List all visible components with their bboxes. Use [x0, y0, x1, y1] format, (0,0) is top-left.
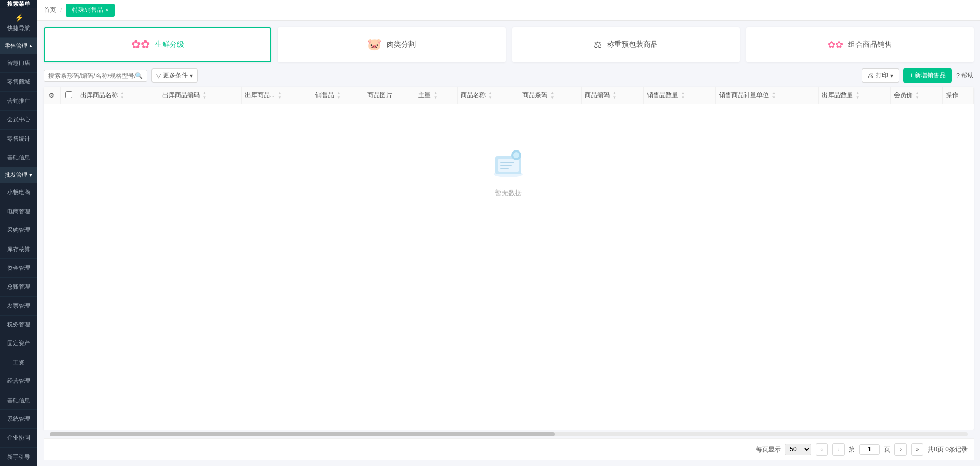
th-out-product-name: 出库商品名称 ▲▼ [77, 87, 159, 104]
th-checkbox[interactable] [60, 87, 77, 104]
sidebar-item-fixed-assets[interactable]: 固定资产 [0, 334, 37, 353]
th-sales-product: 销售品 ▲▼ [312, 87, 364, 104]
filter-button[interactable]: ▽ 更多条件 ▾ [151, 68, 198, 83]
sidebar-item-mini-ecom[interactable]: 小畅电商 [0, 183, 37, 202]
filter-icon: ▽ [156, 72, 161, 79]
table-header-row: ⚙ 出库商品名称 ▲▼ 出库商品编码 ▲▼ 出库 [44, 87, 974, 104]
chevron-down-icon: ▾ [190, 72, 193, 79]
breadcrumb-home[interactable]: 首页 [44, 6, 56, 15]
last-page-button[interactable]: » [911, 443, 923, 456]
th-sales-qty: 销售品数量 ▲▼ [644, 87, 716, 104]
prev-page-icon: ‹ [837, 446, 839, 453]
add-sales-product-button[interactable]: + 新增销售品 [903, 68, 952, 83]
page-suffix: 页 [884, 445, 890, 454]
help-icon: ? [956, 72, 960, 79]
active-tab-special-sales[interactable]: 特殊销售品 × [66, 4, 115, 17]
sort-icons-9[interactable]: ▲▼ [681, 91, 685, 100]
sidebar-item-smart-store[interactable]: 智慧门店 [0, 54, 37, 73]
sidebar: 搜索菜单 ⚡ 快捷导航 零售管理 ▲ 智慧门店 零售商城 营销推广 会员中心 零… [0, 0, 37, 466]
th-product-name: 商品名称 ▲▼ [457, 87, 519, 104]
sidebar-item-system-mgmt[interactable]: 系统管理 [0, 410, 37, 429]
th-out-product-code: 出库商品编码 ▲▼ [159, 87, 242, 104]
sidebar-item-quick-nav[interactable]: ⚡ 快捷导航 [0, 8, 37, 38]
horizontal-scrollbar-thumb[interactable] [50, 432, 555, 436]
sidebar-item-capital-mgmt[interactable]: 资金管理 [0, 259, 37, 278]
table-container: ⚙ 出库商品名称 ▲▼ 出库商品编码 ▲▼ 出库 [44, 87, 974, 430]
sidebar-item-retail-stats[interactable]: 零售统计 [0, 130, 37, 148]
close-tab-icon[interactable]: × [105, 7, 108, 13]
horizontal-scrollbar-track[interactable] [50, 432, 968, 436]
sidebar-item-company-agreement[interactable]: 企业协同 [0, 429, 37, 447]
sidebar-item-wholesale-mgmt[interactable]: 批发管理 ▼ [0, 167, 37, 183]
sort-icons-7[interactable]: ▲▼ [550, 91, 555, 100]
sort-icons-12[interactable]: ▲▼ [915, 91, 919, 100]
th-product-barcode: 商品条码 ▲▼ [519, 87, 582, 104]
prev-page-button[interactable]: ‹ [832, 443, 845, 456]
quick-nav-icon: ⚡ [2, 13, 35, 23]
sidebar-item-salary[interactable]: 工资 [0, 353, 37, 372]
fresh-grading-icon: ✿✿ [131, 38, 150, 51]
print-dropdown-icon: ▾ [890, 72, 893, 79]
sidebar-item-invoice-mgmt[interactable]: 发票管理 [0, 297, 37, 316]
tab-cards: ✿✿ 生鲜分级 🐷 肉类分割 ⚖ 称重预包装商品 ✿✿ 组合商品销售 [44, 27, 974, 62]
help-button[interactable]: ? 帮助 [956, 71, 974, 80]
th-out-qty: 出库品数量 ▲▼ [818, 87, 890, 104]
sidebar-item-basic-info2[interactable]: 基础信息 [0, 391, 37, 410]
sort-icons-11[interactable]: ▲▼ [855, 91, 860, 100]
tab-card-meat-division[interactable]: 🐷 肉类分割 [278, 27, 505, 62]
page-input[interactable] [859, 444, 880, 455]
toolbar: 🔍 ▽ 更多条件 ▾ 🖨 打印 ▾ + 新增销售品 ? [44, 68, 974, 83]
sidebar-item-tax-mgmt[interactable]: 税务管理 [0, 316, 37, 334]
search-input[interactable] [48, 72, 135, 79]
th-product-code: 商品编码 ▲▼ [582, 87, 644, 104]
sidebar-item-newbie-guide[interactable]: 新手引导 [0, 448, 37, 466]
tab-card-weigh-prepack[interactable]: ⚖ 称重预包装商品 [512, 27, 740, 62]
sidebar-item-ecom-mgmt[interactable]: 电商管理 [0, 202, 37, 221]
tab-card-combo-sales[interactable]: ✿✿ 组合商品销售 [746, 27, 974, 62]
sort-icons-2[interactable]: ▲▼ [202, 91, 206, 100]
sidebar-item-retail-mall[interactable]: 零售商城 [0, 73, 37, 91]
last-page-icon: » [916, 446, 919, 453]
sidebar-item-purchase-mgmt[interactable]: 采购管理 [0, 221, 37, 240]
data-table: ⚙ 出库商品名称 ▲▼ 出库商品编码 ▲▼ 出库 [44, 87, 974, 239]
expand-icon: ▲ [29, 43, 33, 48]
search-icon[interactable]: 🔍 [135, 72, 143, 79]
table-body: 暂无数据 [44, 104, 974, 240]
per-page-label: 每页显示 [756, 445, 781, 454]
first-page-icon: « [820, 446, 823, 453]
toolbar-right: 🖨 打印 ▾ + 新增销售品 ? 帮助 [862, 68, 974, 83]
sidebar-item-member-center[interactable]: 会员中心 [0, 111, 37, 129]
search-box[interactable]: 🔍 [44, 70, 147, 82]
sort-icons[interactable]: ▲▼ [120, 91, 125, 100]
sort-icons-5[interactable]: ▲▼ [434, 91, 438, 100]
sidebar-item-general-ledger[interactable]: 总账管理 [0, 278, 37, 296]
sidebar-item-retail-mgmt[interactable]: 零售管理 ▲ [0, 38, 37, 54]
empty-state: 暂无数据 [44, 104, 974, 239]
sidebar-item-inventory-check[interactable]: 库存核算 [0, 240, 37, 259]
empty-text: 暂无数据 [495, 188, 522, 198]
sort-icons-3[interactable]: ▲▼ [278, 91, 282, 100]
th-sales-unit: 销售商品计量单位 ▲▼ [716, 87, 818, 104]
th-settings[interactable]: ⚙ [44, 87, 60, 104]
print-button[interactable]: 🖨 打印 ▾ [862, 68, 899, 83]
main-content: 首页 / 特殊销售品 × ✿✿ 生鲜分级 🐷 肉类分割 ⚖ 称重预包装商品 ✿✿ [37, 0, 980, 466]
toolbar-left: 🔍 ▽ 更多条件 ▾ [44, 68, 198, 83]
next-page-button[interactable]: › [894, 443, 907, 456]
sidebar-logo: 搜索菜单 [0, 0, 37, 8]
sort-icons-6[interactable]: ▲▼ [488, 91, 492, 100]
sidebar-item-marketing[interactable]: 营销推广 [0, 92, 37, 111]
sidebar-item-basic-info[interactable]: 基础信息 [0, 148, 37, 167]
sort-icons-10[interactable]: ▲▼ [772, 91, 776, 100]
tab-card-fresh-grading[interactable]: ✿✿ 生鲜分级 [44, 27, 271, 62]
page-size-select[interactable]: 10 20 50 100 [785, 444, 811, 455]
th-product-image: 商品图片 [364, 87, 415, 104]
sort-icons-8[interactable]: ▲▼ [613, 91, 617, 100]
sort-icons-4[interactable]: ▲▼ [337, 91, 341, 100]
horizontal-scrollbar-area [44, 430, 974, 438]
first-page-button[interactable]: « [816, 443, 828, 456]
select-all-checkbox[interactable] [65, 91, 72, 98]
th-out-product-ellipsis: 出库商品... ▲▼ [241, 87, 312, 104]
empty-state-row: 暂无数据 [44, 104, 974, 240]
meat-division-icon: 🐷 [367, 38, 381, 51]
sidebar-item-ops-mgmt[interactable]: 经营管理 [0, 372, 37, 391]
